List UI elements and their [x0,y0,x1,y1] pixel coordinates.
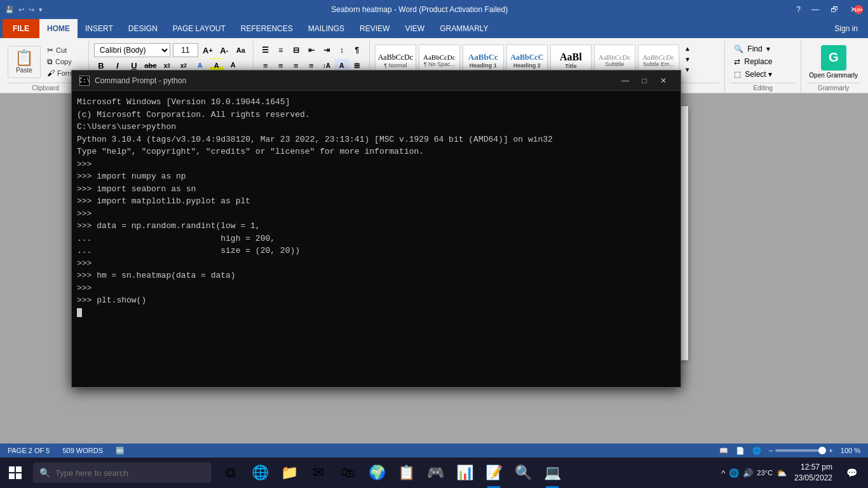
taskbar-app-terminal[interactable]: 💻 [538,458,567,488]
cmd-content[interactable]: Microsoft Windows [Version 10.0.19044.16… [72,91,681,387]
excel-icon: 📊 [456,464,473,481]
copy-icon: ⧉ [47,58,53,65]
taskbar-app-mail[interactable]: ✉ [304,458,333,488]
tab-page-layout[interactable]: PAGE LAYOUT [165,19,233,38]
numbering-btn[interactable]: ≡ [274,43,288,57]
customize-quick-btn[interactable]: ▾ [39,6,43,13]
bullets-btn[interactable]: ☰ [259,43,273,57]
find-btn[interactable]: 🔍 Find ▾ [730,43,776,55]
select-btn[interactable]: ⬚ Select ▾ [730,69,776,80]
redo-quick-btn[interactable]: ↪ [29,6,34,13]
taskbar: 🔍 ⧉ 🌐 📁 ✉ 🛍 🌍 📋 🎮 📊 📝 [0,458,868,488]
chevron-up-icon[interactable]: ^ [721,468,725,478]
taskbar-app-browser2[interactable]: 🌍 [362,458,391,488]
increase-indent-btn[interactable]: ⇥ [320,43,334,57]
font-name-select[interactable]: Calibri (Body) [94,43,170,57]
battery-icon[interactable]: 23°C [757,469,773,477]
paste-icon: 📋 [15,50,34,65]
font-size-down-btn[interactable]: A- [217,43,231,57]
grammarly-group: G 10+ Open Grammarly Grammarly [801,41,865,93]
replace-icon: ⇄ [734,57,740,66]
system-tray: ^ 🌐 🔊 23°C ⛅ [721,468,787,478]
taskbar-app-gaming[interactable]: 🎮 [421,458,450,488]
styles-expand-btn[interactable]: ▾ [681,64,695,75]
network-icon[interactable]: 🌐 [729,468,739,478]
zoom-out-btn[interactable]: − [769,447,773,454]
weather-icon[interactable]: ⛅ [776,468,787,478]
view-read-btn[interactable]: 📖 [719,447,728,455]
tab-home[interactable]: HOME [39,19,78,38]
notification-btn[interactable]: 💬 [840,458,863,488]
word-icon: 📝 [485,464,503,481]
taskbar-app-clipboard2[interactable]: 📋 [391,458,421,488]
copy-label: Copy [55,58,72,65]
search-input[interactable] [55,468,205,478]
ribbon-tabs: FILE HOME INSERT DESIGN PAGE LAYOUT REFE… [0,19,868,38]
save-quick-btn[interactable]: 💾 [5,6,14,13]
taskbar-app-edge[interactable]: 🌐 [245,458,275,488]
clock[interactable]: 12:57 pm 23/05/2022 [789,462,837,484]
view-web-btn[interactable]: 🌐 [752,447,761,455]
browser2-icon: 🌍 [369,464,386,481]
zoom-in-btn[interactable]: + [829,447,832,454]
zoom-slider[interactable] [775,449,826,452]
cmd-line-15: >>> hm = sn.heatmap(data = data) [77,269,675,282]
tab-design[interactable]: DESIGN [121,19,165,38]
font-size-up-btn[interactable]: A+ [201,43,215,57]
font-case-btn[interactable]: Aa [234,43,248,57]
taskbar-app-task-view[interactable]: ⧉ [216,458,245,488]
cmd-line-4: Python 3.10.4 (tags/v3.10.4:9d38120, Mar… [77,133,675,146]
tab-insert[interactable]: INSERT [78,19,121,38]
font-size-input[interactable] [173,43,198,57]
sign-in-btn[interactable]: Sign in [827,24,865,33]
tab-view[interactable]: VIEW [397,19,432,38]
copy-btn[interactable]: ⧉ Copy [43,57,83,67]
taskbar-app-chrome[interactable]: 🔍 [508,458,538,488]
cmd-minimize-btn[interactable]: — [616,74,635,88]
grammarly-btn[interactable]: G 10+ [821,45,846,71]
cmd-maximize-btn[interactable]: □ [635,74,654,88]
styles-scroll-down-btn[interactable]: ▼ [681,54,695,65]
cut-icon: ✂ [47,46,53,54]
cmd-line-6: >>> [77,158,675,171]
cmd-line-8: >>> import seaborn as sn [77,183,675,196]
cmd-line-1: (c) Microsoft Corporation. All rights re… [77,109,675,121]
styles-scroll-up-btn[interactable]: ▲ [681,43,695,54]
cmd-close-btn[interactable]: ✕ [654,74,673,88]
gaming-icon: 🎮 [427,464,444,481]
proofing-icon[interactable]: 🔤 [116,447,125,455]
help-btn[interactable]: ? [791,5,806,14]
edge-icon: 🌐 [252,464,269,481]
cmd-line-7: >>> import numpy as np [77,170,675,183]
undo-quick-btn[interactable]: ↩ [18,6,24,13]
tab-mailings[interactable]: MAILINGS [301,19,352,38]
tab-grammarly[interactable]: GRAMMARLY [432,19,496,38]
show-marks-btn[interactable]: ¶ [350,43,364,57]
status-right: 📖 📄 🌐 − + 100 % [719,447,860,455]
cmd-cursor [77,308,82,317]
paste-btn[interactable]: 📋 Paste [8,46,41,78]
taskbar-search[interactable]: 🔍 [33,463,211,483]
cmd-line-12: ... high = 200, [77,233,675,245]
task-view-icon: ⧉ [226,464,236,481]
windows-logo-icon [9,466,22,479]
start-button[interactable] [0,458,31,488]
restore-btn[interactable]: 🗗 [825,0,844,19]
taskbar-app-file-explorer[interactable]: 📁 [275,458,304,488]
tab-review[interactable]: REVIEW [352,19,397,38]
cmd-line-14: >>> [77,257,675,270]
multilevel-btn[interactable]: ⊟ [289,43,303,57]
cut-btn[interactable]: ✂ Cut [43,45,83,55]
minimize-btn[interactable]: — [806,0,825,19]
taskbar-app-excel[interactable]: 📊 [450,458,479,488]
taskbar-app-word[interactable]: 📝 [479,458,508,488]
taskbar-app-store[interactable]: 🛍 [333,458,362,488]
tab-file[interactable]: FILE [3,19,39,38]
view-print-btn[interactable]: 📄 [736,447,745,455]
tab-references[interactable]: REFERENCES [233,19,301,38]
replace-btn[interactable]: ⇄ Replace [730,56,776,67]
decrease-indent-btn[interactable]: ⇤ [304,43,318,57]
select-label: Select ▾ [745,70,772,79]
volume-icon[interactable]: 🔊 [743,468,753,478]
sort-btn[interactable]: ↕ [335,43,349,57]
